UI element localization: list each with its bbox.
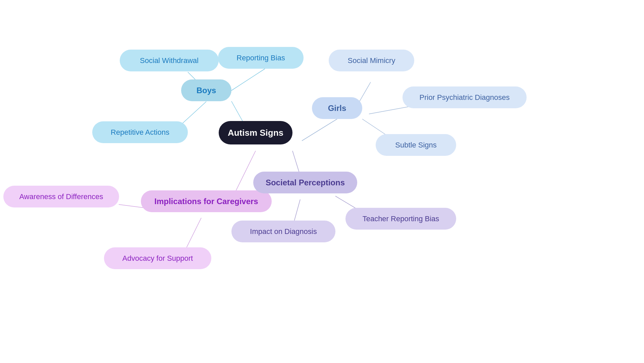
svg-line-4: [302, 119, 337, 141]
social-withdrawal-node: Social Withdrawal: [120, 50, 219, 71]
repetitive-actions-node: Repetitive Actions: [92, 121, 188, 143]
girls-hub-node: Girls: [312, 97, 362, 119]
subtle-signs-node: Subtle Signs: [376, 134, 456, 156]
impact-diagnosis-node: Impact on Diagnosis: [231, 221, 335, 242]
caregivers-hub-node: Implications for Caregivers: [141, 190, 272, 212]
reporting-bias-node: Reporting Bias: [218, 47, 304, 69]
prior-psychiatric-node: Prior Psychiatric Diagnoses: [402, 86, 527, 108]
societal-hub-node: Societal Perceptions: [253, 172, 357, 193]
awareness-node: Awareness of Differences: [3, 186, 119, 207]
boys-hub-node: Boys: [181, 79, 231, 101]
social-mimicry-node: Social Mimicry: [329, 50, 414, 71]
center-node: Autism Signs: [219, 121, 292, 144]
svg-line-2: [231, 69, 265, 90]
teacher-reporting-node: Teacher Reporting Bias: [345, 208, 456, 230]
advocacy-node: Advocacy for Support: [104, 247, 211, 269]
